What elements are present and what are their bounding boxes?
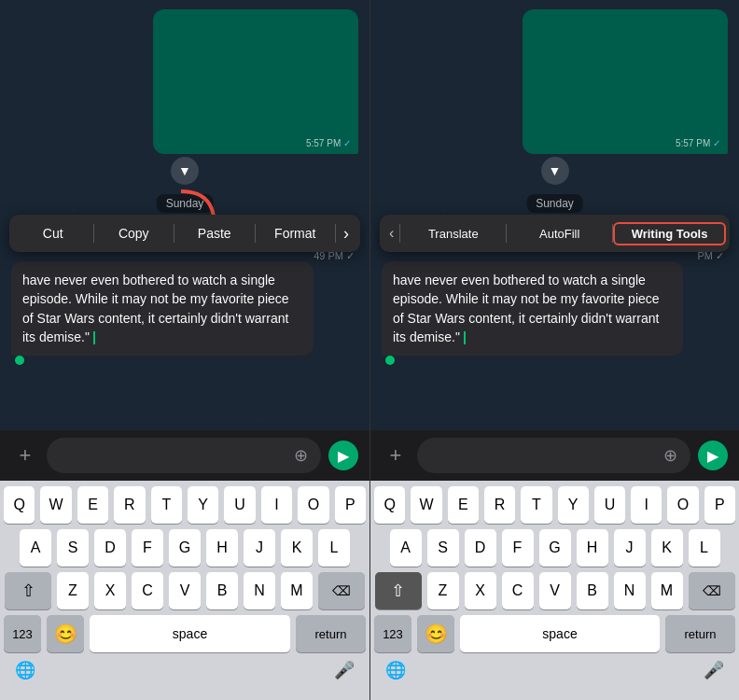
key-a-left[interactable]: A bbox=[20, 529, 51, 567]
shift-key-left[interactable]: ⇧ bbox=[5, 572, 51, 609]
key-x-right[interactable]: X bbox=[465, 572, 496, 609]
chevron-left-btn[interactable]: ‹ bbox=[383, 225, 399, 242]
key-o-left[interactable]: O bbox=[298, 486, 328, 524]
globe-row-right: 🌐 🎤 bbox=[370, 652, 739, 684]
key-u-left[interactable]: U bbox=[224, 486, 255, 524]
emoji-key-right[interactable]: 😊 bbox=[417, 615, 454, 652]
key-v-right[interactable]: V bbox=[539, 572, 571, 609]
add-attachment-btn-left[interactable]: + bbox=[11, 441, 39, 469]
message-input-left[interactable]: ⊕ bbox=[47, 438, 321, 473]
format-button[interactable]: Format bbox=[256, 220, 336, 246]
translate-button[interactable]: Translate bbox=[400, 221, 506, 246]
key-c-left[interactable]: C bbox=[132, 572, 163, 609]
key-i-right[interactable]: I bbox=[631, 486, 662, 524]
key-a-right[interactable]: A bbox=[390, 529, 422, 567]
key-k-right[interactable]: K bbox=[651, 529, 683, 567]
key-w-right[interactable]: W bbox=[411, 486, 441, 524]
sticker-icon-right[interactable]: ⊕ bbox=[663, 445, 677, 466]
key-f-left[interactable]: F bbox=[132, 529, 163, 567]
add-attachment-btn-right[interactable]: + bbox=[382, 441, 410, 469]
sticker-icon-left[interactable]: ⊕ bbox=[294, 445, 308, 466]
key-j-left[interactable]: J bbox=[244, 529, 275, 567]
key-d-right[interactable]: D bbox=[465, 529, 496, 567]
key-f-right[interactable]: F bbox=[502, 529, 534, 567]
return-key-right[interactable]: return bbox=[665, 615, 735, 652]
key-i-left[interactable]: I bbox=[261, 486, 292, 524]
key-p-left[interactable]: P bbox=[335, 486, 366, 524]
key-q-right[interactable]: Q bbox=[374, 486, 405, 524]
key-t-left[interactable]: T bbox=[151, 486, 182, 524]
text-cursor-right bbox=[464, 331, 466, 344]
space-key-left[interactable]: space bbox=[90, 615, 290, 652]
autofill-button[interactable]: AutoFill bbox=[507, 221, 612, 246]
scroll-down-btn-right[interactable]: ▼ bbox=[541, 157, 569, 185]
key-n-left[interactable]: N bbox=[244, 572, 275, 609]
cut-button[interactable]: Cut bbox=[13, 220, 93, 246]
send-btn-right[interactable]: ▶ bbox=[698, 441, 728, 470]
return-key-left[interactable]: return bbox=[296, 615, 366, 652]
key-p-right[interactable]: P bbox=[704, 486, 735, 524]
key-z-left[interactable]: Z bbox=[57, 572, 89, 609]
key-e-left[interactable]: E bbox=[77, 486, 108, 524]
space-key-right[interactable]: space bbox=[460, 615, 660, 652]
keyboard-left: Q W E R T Y U I O P A S D F G H J K L ⇧ … bbox=[0, 481, 370, 700]
key-e-right[interactable]: E bbox=[448, 486, 479, 524]
key-z-right[interactable]: Z bbox=[427, 572, 459, 609]
key-m-left[interactable]: M bbox=[281, 572, 313, 609]
send-btn-left[interactable]: ▶ bbox=[328, 441, 358, 470]
key-r-left[interactable]: R bbox=[114, 486, 145, 524]
right-panel: 5:57 PM ✓ ▼ Sunday ‹ Translate AutoFill … bbox=[370, 0, 739, 700]
delete-key-right[interactable]: ⌫ bbox=[689, 572, 735, 609]
shift-key-right[interactable]: ⇧ bbox=[375, 572, 422, 609]
key-b-left[interactable]: B bbox=[206, 572, 238, 609]
key-w-left[interactable]: W bbox=[40, 486, 71, 524]
kb-row-3-left: ⇧ Z X C V B N M ⌫ bbox=[0, 567, 370, 609]
key-o-right[interactable]: O bbox=[667, 486, 698, 524]
key-m-right[interactable]: M bbox=[651, 572, 683, 609]
key-s-left[interactable]: S bbox=[57, 529, 89, 567]
key-g-left[interactable]: G bbox=[169, 529, 201, 567]
key-b-right[interactable]: B bbox=[577, 572, 608, 609]
copy-button[interactable]: Copy bbox=[94, 220, 174, 246]
globe-btn-left[interactable]: 🌐 bbox=[7, 656, 43, 684]
bubble-time-left: 5:57 PM ✓ bbox=[306, 138, 351, 148]
paste-button[interactable]: Paste bbox=[174, 220, 255, 246]
keyboard-right: Q W E R T Y U I O P A S D F G H J K L ⇧ … bbox=[370, 481, 739, 700]
message-input-right[interactable]: ⊕ bbox=[417, 438, 690, 473]
key-x-left[interactable]: X bbox=[94, 572, 126, 609]
more-button-left[interactable]: › bbox=[336, 224, 356, 244]
mic-btn-right[interactable]: 🎤 bbox=[696, 656, 732, 684]
key-s-right[interactable]: S bbox=[427, 529, 459, 567]
key-q-left[interactable]: Q bbox=[4, 486, 35, 524]
key-k-left[interactable]: K bbox=[281, 529, 313, 567]
key-t-right[interactable]: T bbox=[521, 486, 551, 524]
key-c-right[interactable]: C bbox=[502, 572, 534, 609]
key-l-left[interactable]: L bbox=[318, 529, 350, 567]
mic-btn-left[interactable]: 🎤 bbox=[327, 656, 362, 684]
key-h-left[interactable]: H bbox=[206, 529, 238, 567]
key-y-right[interactable]: Y bbox=[558, 486, 589, 524]
kb-row-1-right: Q W E R T Y U I O P bbox=[370, 481, 739, 524]
num-key-left[interactable]: 123 bbox=[4, 615, 41, 652]
key-l-right[interactable]: L bbox=[689, 529, 720, 567]
emoji-key-left[interactable]: 😊 bbox=[47, 615, 84, 652]
key-n-right[interactable]: N bbox=[614, 572, 646, 609]
globe-btn-right[interactable]: 🌐 bbox=[378, 656, 413, 684]
key-d-left[interactable]: D bbox=[94, 529, 126, 567]
num-key-right[interactable]: 123 bbox=[374, 615, 411, 652]
scroll-down-btn-left[interactable]: ▼ bbox=[171, 157, 199, 185]
key-v-left[interactable]: V bbox=[169, 572, 201, 609]
delete-key-left[interactable]: ⌫ bbox=[318, 572, 365, 609]
key-h-right[interactable]: H bbox=[577, 529, 608, 567]
key-u-right[interactable]: U bbox=[594, 486, 625, 524]
globe-row-left: 🌐 🎤 bbox=[0, 652, 370, 684]
key-g-right[interactable]: G bbox=[539, 529, 571, 567]
key-y-left[interactable]: Y bbox=[188, 486, 218, 524]
writing-tools-button[interactable]: Writing Tools bbox=[613, 222, 726, 245]
key-r-right[interactable]: R bbox=[484, 486, 515, 524]
sent-bubble-top-left: 5:57 PM ✓ bbox=[153, 9, 358, 154]
kb-row-2-left: A S D F G H J K L bbox=[0, 524, 370, 567]
bubble-time-right: 5:57 PM ✓ bbox=[676, 138, 720, 148]
key-j-right[interactable]: J bbox=[614, 529, 646, 567]
kb-row-2-right: A S D F G H J K L bbox=[370, 524, 739, 567]
